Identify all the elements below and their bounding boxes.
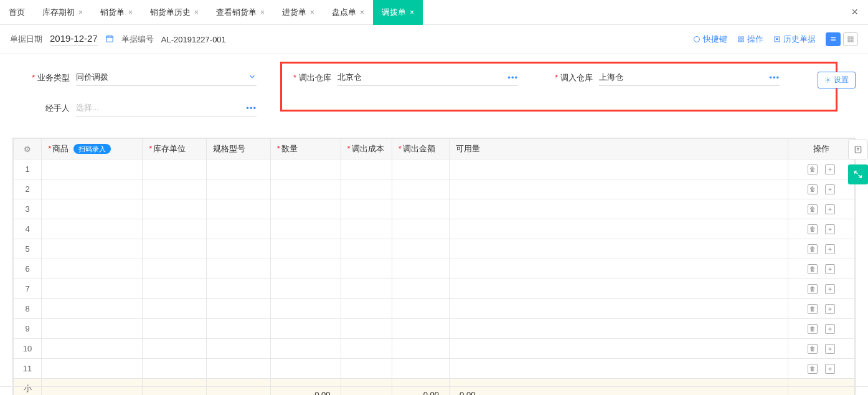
cell-spec[interactable] — [207, 199, 271, 219]
delete-row-icon[interactable]: 🗑 — [808, 244, 818, 254]
cell-cost[interactable] — [341, 319, 392, 339]
cell-cost[interactable] — [341, 359, 392, 379]
scan-badge[interactable]: 扫码录入 — [73, 144, 111, 154]
cell-spec[interactable] — [207, 259, 271, 279]
delete-row-icon[interactable]: 🗑 — [808, 304, 818, 314]
cell-product[interactable] — [42, 359, 143, 379]
delete-row-icon[interactable]: 🗑 — [808, 204, 818, 214]
cell-qty[interactable] — [270, 299, 341, 319]
cell-qty[interactable] — [270, 319, 341, 339]
add-row-icon[interactable]: ＋ — [825, 164, 835, 174]
cell-spec[interactable] — [207, 279, 271, 299]
more-icon[interactable]: ••• — [246, 103, 257, 113]
tab-transfer[interactable]: 调拨单× — [373, 0, 423, 25]
cell-spec[interactable] — [207, 299, 271, 319]
close-icon[interactable]: × — [260, 8, 265, 17]
tab-sales-order[interactable]: 销货单× — [92, 0, 141, 25]
cell-cost[interactable] — [341, 219, 392, 239]
cell-qty[interactable] — [270, 199, 341, 219]
cell-qty[interactable] — [270, 339, 341, 359]
cell-avail[interactable] — [450, 179, 788, 199]
cell-spec[interactable] — [207, 219, 271, 239]
cell-cost[interactable] — [341, 259, 392, 279]
cell-amount[interactable] — [392, 359, 449, 379]
cell-cost[interactable] — [341, 199, 392, 219]
tab-stocktake[interactable]: 盘点单× — [323, 0, 373, 25]
cell-avail[interactable] — [450, 239, 788, 259]
table-row[interactable]: 8 🗑 ＋ — [14, 299, 855, 319]
cell-amount[interactable] — [392, 219, 449, 239]
cell-qty[interactable] — [270, 259, 341, 279]
add-row-icon[interactable]: ＋ — [825, 184, 835, 194]
cell-cost[interactable] — [341, 239, 392, 259]
tab-sales-history[interactable]: 销货单历史× — [141, 0, 207, 25]
cell-avail[interactable] — [450, 259, 788, 279]
delete-row-icon[interactable]: 🗑 — [808, 164, 818, 174]
cell-qty[interactable] — [270, 179, 341, 199]
close-icon[interactable]: × — [78, 8, 83, 17]
add-row-icon[interactable]: ＋ — [825, 304, 835, 314]
settings-button[interactable]: 设置 — [818, 72, 856, 88]
tab-home[interactable]: 首页 — [0, 0, 34, 25]
add-row-icon[interactable]: ＋ — [825, 204, 835, 214]
expand-icon[interactable] — [848, 164, 868, 184]
cell-spec[interactable] — [207, 159, 271, 179]
in-warehouse-select[interactable]: 上海仓 ••• — [599, 69, 780, 86]
shortcut-link[interactable]: 快捷键 — [693, 34, 727, 45]
table-row[interactable]: 3 🗑 ＋ — [14, 199, 855, 219]
add-row-icon[interactable]: ＋ — [825, 364, 835, 374]
delete-row-icon[interactable]: 🗑 — [808, 264, 818, 274]
cell-spec[interactable] — [207, 239, 271, 259]
cell-cost[interactable] — [341, 339, 392, 359]
cell-avail[interactable] — [450, 219, 788, 239]
cell-avail[interactable] — [450, 279, 788, 299]
cell-spec[interactable] — [207, 359, 271, 379]
cell-avail[interactable] — [450, 299, 788, 319]
cell-cost[interactable] — [341, 279, 392, 299]
cell-unit[interactable] — [143, 239, 207, 259]
cell-spec[interactable] — [207, 179, 271, 199]
cell-unit[interactable] — [143, 219, 207, 239]
cell-qty[interactable] — [270, 239, 341, 259]
cell-cost[interactable] — [341, 159, 392, 179]
more-icon[interactable]: ••• — [507, 73, 518, 82]
cell-amount[interactable] — [392, 159, 449, 179]
table-row[interactable]: 5 🗑 ＋ — [14, 239, 855, 259]
more-icon[interactable]: ••• — [769, 73, 780, 82]
cell-avail[interactable] — [450, 159, 788, 179]
column-settings[interactable]: ⚙ — [14, 139, 42, 159]
cell-amount[interactable] — [392, 199, 449, 219]
cell-avail[interactable] — [450, 359, 788, 379]
cell-amount[interactable] — [392, 259, 449, 279]
cell-product[interactable] — [42, 179, 143, 199]
view-list-icon[interactable] — [826, 32, 841, 46]
view-grid-icon[interactable] — [843, 32, 858, 46]
cell-product[interactable] — [42, 259, 143, 279]
cell-spec[interactable] — [207, 319, 271, 339]
cell-amount[interactable] — [392, 299, 449, 319]
cell-amount[interactable] — [392, 339, 449, 359]
add-row-icon[interactable]: ＋ — [825, 344, 835, 354]
tab-purchase[interactable]: 进货单× — [273, 0, 323, 25]
cell-amount[interactable] — [392, 179, 449, 199]
delete-row-icon[interactable]: 🗑 — [808, 224, 818, 234]
cell-amount[interactable] — [392, 279, 449, 299]
add-row-icon[interactable]: ＋ — [825, 324, 835, 334]
delete-row-icon[interactable]: 🗑 — [808, 344, 818, 354]
cell-product[interactable] — [42, 199, 143, 219]
cell-unit[interactable] — [143, 359, 207, 379]
cell-qty[interactable] — [270, 359, 341, 379]
cell-avail[interactable] — [450, 319, 788, 339]
cell-unit[interactable] — [143, 319, 207, 339]
cell-cost[interactable] — [341, 299, 392, 319]
cell-unit[interactable] — [143, 299, 207, 319]
close-icon[interactable]: × — [360, 8, 364, 17]
calendar-icon[interactable] — [105, 34, 114, 45]
handler-select[interactable]: 选择... ••• — [76, 100, 257, 117]
add-row-icon[interactable]: ＋ — [825, 264, 835, 274]
cell-product[interactable] — [42, 159, 143, 179]
cell-product[interactable] — [42, 219, 143, 239]
cell-amount[interactable] — [392, 239, 449, 259]
cell-qty[interactable] — [270, 219, 341, 239]
tab-inventory-init[interactable]: 库存期初× — [34, 0, 92, 25]
